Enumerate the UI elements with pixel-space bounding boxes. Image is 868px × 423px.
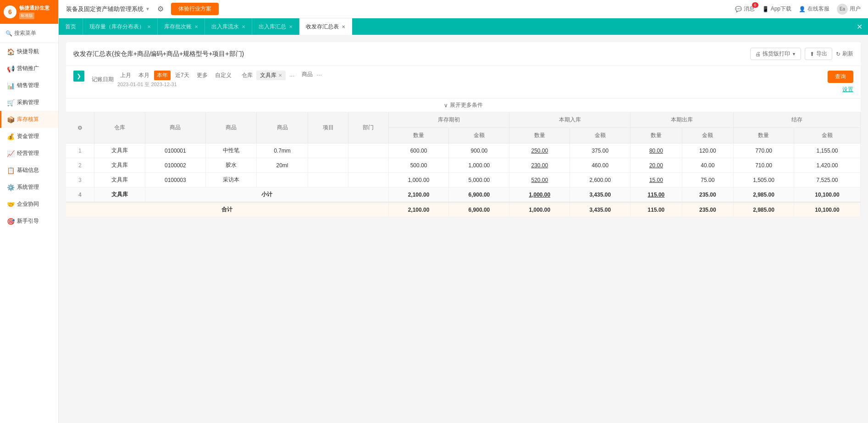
goods-more-icon[interactable]: ··· — [316, 71, 322, 78]
row-in-qty-2[interactable]: 230.00 — [509, 158, 570, 173]
top-header: 装备及固定资产辅助管理系统 ▼ ⚙ 体验行业方案 💬 消息 6 📱 App下载 … — [59, 0, 868, 18]
sidebar-item-inventory[interactable]: 📦 库存核算 — [0, 111, 58, 128]
subtotal-row: 4 文具库 小计 2,100.00 6,900.00 1,000.00 3,43… — [66, 187, 861, 203]
row-closing-amt-2: 1,420.00 — [794, 158, 860, 173]
row-project-3 — [308, 173, 348, 187]
online-service-action[interactable]: 👤 在线客服 — [799, 5, 829, 13]
warehouse-more-icon[interactable]: ··· — [289, 72, 295, 79]
warehouse-label: 仓库 — [242, 71, 253, 79]
total-out-amt: 235.00 — [682, 202, 733, 217]
row-in-amt-1: 375.00 — [570, 143, 630, 158]
subtotal-in-qty[interactable]: 1,000.00 — [509, 187, 570, 203]
row-code-3: 0100003 — [145, 173, 205, 187]
subtotal-opening-amt: 6,900.00 — [449, 187, 509, 203]
tab-receipt-summary[interactable]: 收发存汇总表 ✕ — [299, 18, 352, 35]
tab-inout-flow[interactable]: 出入库流水 ✕ — [205, 18, 252, 35]
sidebar-item-basic-info[interactable]: 📋 基础信息 — [0, 162, 58, 179]
app-download-action[interactable]: 📱 App下载 — [762, 5, 791, 13]
row-spec-1: 0.7mm — [256, 143, 308, 158]
tab-bar-close-button[interactable]: ✕ — [851, 22, 868, 31]
service-icon: 👤 — [799, 6, 806, 12]
row-out-amt-2: 40.00 — [682, 158, 733, 173]
tab-close-icon[interactable]: ✕ — [242, 24, 245, 29]
row-closing-amt-3: 7,525.00 — [794, 173, 860, 187]
export-button[interactable]: ⬆ 导出 — [805, 48, 832, 60]
sidebar: 6 畅捷通好生意 标准版 🔍 搜索菜单 🏠 快捷导航 📢 营销推广 — [0, 0, 59, 423]
tab-close-icon[interactable]: ✕ — [194, 24, 198, 29]
print-button[interactable]: 🖨 拣货版打印 ▼ — [750, 48, 801, 60]
row-out-qty-2[interactable]: 20.00 — [630, 158, 682, 173]
refresh-button[interactable]: ↻ 刷新 — [836, 50, 853, 58]
tab-home[interactable]: 首页 — [59, 18, 83, 35]
warehouse-tag[interactable]: 文具库 ✕ — [256, 71, 286, 80]
date-btn-more[interactable]: 更多 — [194, 71, 210, 80]
tab-batch[interactable]: 库存批次账 ✕ — [158, 18, 205, 35]
settings-link[interactable]: 设置 — [842, 86, 853, 93]
row-opening-amt-3: 5,000.00 — [449, 173, 509, 187]
th-goods-code: 商品 — [145, 112, 205, 143]
sidebar-item-purchase[interactable]: 🛒 采购管理 — [0, 94, 58, 111]
message-action[interactable]: 💬 消息 6 — [735, 5, 755, 13]
tab-close-icon[interactable]: ✕ — [342, 24, 345, 29]
row-closing-qty-1: 770.00 — [734, 143, 794, 158]
filter-toggle-button[interactable]: ❯ — [73, 71, 84, 82]
expand-bar: ∨ 展开更多条件 — [66, 99, 861, 112]
tab-inout-summary[interactable]: 出入库汇总 ✕ — [252, 18, 299, 35]
trial-button[interactable]: 体验行业方案 — [171, 3, 219, 15]
th-out-amt: 金额 — [682, 128, 733, 143]
date-btn-custom[interactable]: 自定义 — [212, 71, 234, 80]
row-in-qty-1[interactable]: 250.00 — [509, 143, 570, 158]
tab-close-icon[interactable]: ✕ — [289, 24, 293, 29]
subtotal-closing-qty: 2,985.00 — [734, 187, 794, 203]
sidebar-item-marketing[interactable]: 📢 营销推广 — [0, 60, 58, 77]
row-dept-1 — [348, 143, 388, 158]
th-settings[interactable]: ⚙ — [66, 112, 94, 143]
date-btn-this-month[interactable]: 本月 — [136, 71, 152, 80]
user-action[interactable]: Ea 用户 — [837, 4, 861, 15]
row-dept-2 — [348, 158, 388, 173]
date-btn-7days[interactable]: 近7天 — [172, 71, 192, 80]
sidebar-item-guide[interactable]: 🎯 新手引导 — [0, 213, 58, 230]
tab-close-icon[interactable]: ✕ — [147, 24, 151, 29]
collab-icon: 🤝 — [7, 201, 14, 208]
sidebar-item-quick-nav[interactable]: 🏠 快捷导航 — [0, 43, 58, 60]
system-selector[interactable]: 装备及固定资产辅助管理系统 ▼ — [66, 5, 150, 13]
sidebar-logo[interactable]: 6 畅捷通好生意 标准版 — [0, 0, 58, 24]
finance-icon: 💰 — [7, 133, 14, 140]
system-title: 装备及固定资产辅助管理系统 — [66, 5, 144, 13]
row-out-qty-3[interactable]: 15.00 — [630, 173, 682, 187]
th-closing-group: 结存 — [734, 112, 861, 128]
th-in-qty: 数量 — [509, 128, 570, 143]
sidebar-item-operations[interactable]: 📈 经营管理 — [0, 145, 58, 162]
query-button[interactable]: 查询 — [828, 71, 853, 83]
filter-bar: ❯ 记账日期 上月 本月 本年 近7天 更多 自定义 — [66, 66, 861, 99]
marketing-icon: 📢 — [7, 65, 14, 72]
sidebar-item-system[interactable]: ⚙️ 系统管理 — [0, 179, 58, 196]
th-in-amt: 金额 — [570, 128, 630, 143]
tab-bar: 首页 现存量（库存分布表） ✕ 库存批次账 ✕ 出入库流水 ✕ 出入库汇总 ✕ … — [59, 18, 868, 35]
subtotal-out-qty[interactable]: 115.00 — [630, 187, 682, 203]
sidebar-item-collab[interactable]: 🤝 企业协同 — [0, 196, 58, 213]
date-btn-last-month[interactable]: 上月 — [117, 71, 134, 80]
system-icon: ⚙️ — [7, 184, 14, 191]
expand-button[interactable]: ∨ 展开更多条件 — [444, 101, 483, 109]
th-closing-qty: 数量 — [734, 128, 794, 143]
column-settings-icon[interactable]: ⚙ — [77, 125, 83, 131]
warehouse-tag-close[interactable]: ✕ — [278, 73, 282, 78]
message-badge: 6 — [752, 2, 758, 8]
th-closing-amt: 金额 — [794, 128, 860, 143]
row-name-1: 中性笔 — [205, 143, 256, 158]
row-out-qty-1[interactable]: 80.00 — [630, 143, 682, 158]
message-icon: 💬 — [735, 6, 742, 12]
sales-icon: 📊 — [7, 82, 14, 89]
search-menu-button[interactable]: 🔍 搜索菜单 — [4, 27, 55, 39]
row-in-qty-3[interactable]: 520.00 — [509, 173, 570, 187]
tab-inventory-dist[interactable]: 现存量（库存分布表） ✕ — [83, 18, 158, 35]
row-opening-qty-1: 600.00 — [388, 143, 449, 158]
sidebar-item-finance[interactable]: 💰 资金管理 — [0, 128, 58, 145]
settings-icon[interactable]: ⚙ — [157, 5, 164, 13]
sidebar-item-sales[interactable]: 📊 销售管理 — [0, 77, 58, 94]
date-btn-this-year[interactable]: 本年 — [154, 71, 171, 80]
logo-icon: 6 — [4, 5, 17, 18]
dropdown-icon: ▼ — [145, 6, 150, 11]
